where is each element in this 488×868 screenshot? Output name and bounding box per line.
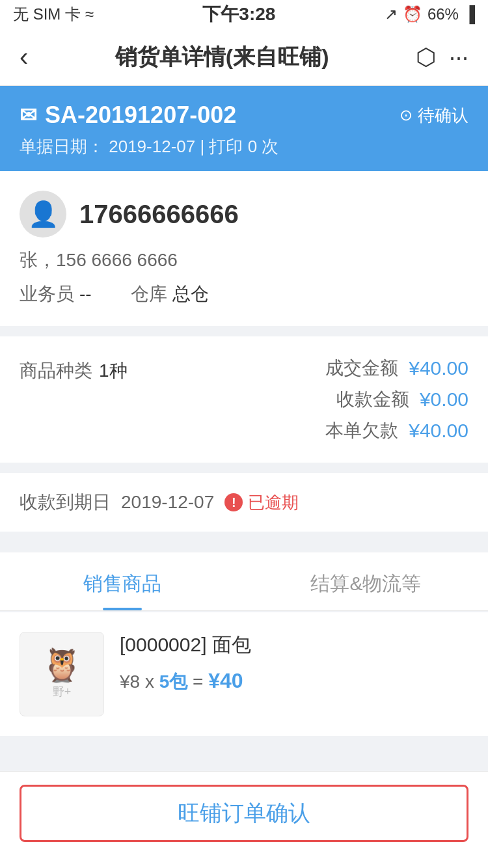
- battery-text: 66%: [427, 5, 459, 23]
- section-divider: [0, 542, 488, 552]
- more-button[interactable]: ···: [449, 44, 468, 71]
- battery-icon: ▐: [464, 5, 475, 23]
- price-total: ¥40: [208, 669, 243, 692]
- order-number-text: SA-20191207-002: [45, 102, 236, 129]
- product-info: [0000002] 面包 ¥8 x 5包 = ¥40: [120, 632, 468, 694]
- clock-icon: ⊙: [400, 106, 413, 124]
- amount-label-1: 收款金额: [336, 387, 409, 412]
- product-type-area: 商品种类 1种: [20, 356, 128, 383]
- due-date-card: 收款到期日 2019-12-07 ! 已逾期: [0, 473, 488, 532]
- salesperson-value: --: [79, 284, 92, 305]
- bottom-action-area: 旺铺订单确认: [0, 771, 488, 868]
- price-quantity: 5包: [159, 671, 188, 692]
- customer-detail: 张，156 6666 6666: [20, 248, 468, 273]
- product-thumb-label: 野+: [42, 684, 82, 699]
- customer-phone: 17666666666: [79, 200, 239, 229]
- order-status-text: 待确认: [418, 104, 468, 127]
- product-type-value: 1种: [99, 359, 128, 383]
- summary-card: 商品种类 1种 成交金额 ¥40.00 收款金额 ¥0.00 本单欠款 ¥40.…: [0, 336, 488, 463]
- nav-actions: ⬡ ···: [416, 44, 468, 71]
- customer-meta: 业务员 -- 仓库 总仓: [20, 282, 468, 306]
- amount-value-2: ¥40.00: [409, 420, 468, 442]
- tab-sales-label: 销售商品: [83, 573, 161, 594]
- warehouse-item: 仓库 总仓: [131, 282, 209, 306]
- due-date-value: 2019-12-07: [121, 492, 214, 513]
- back-button[interactable]: ‹: [20, 42, 28, 72]
- product-card: 🦉 野+ [0000002] 面包 ¥8 x 5包 = ¥40: [0, 612, 488, 736]
- price-equals: =: [193, 671, 208, 692]
- warehouse-label: 仓库: [131, 282, 167, 306]
- status-bar: 无 SIM 卡 ≈ 下午3:28 ↗ ⏰ 66% ▐: [0, 0, 488, 29]
- tabs-bar: 销售商品 结算&物流等: [0, 552, 488, 611]
- avatar: 👤: [20, 191, 66, 237]
- amount-label-0: 成交金额: [325, 356, 398, 381]
- status-time: 下午3:28: [202, 2, 275, 27]
- salesperson-item: 业务员 --: [20, 282, 92, 306]
- tab-settlement-logistics[interactable]: 结算&物流等: [244, 552, 488, 610]
- tab-settlement-label: 结算&物流等: [310, 573, 421, 594]
- location-icon: ↗: [385, 5, 398, 23]
- confirm-order-button[interactable]: 旺铺订单确认: [20, 785, 468, 842]
- product-price: ¥8 x 5包 = ¥40: [120, 669, 468, 694]
- overdue-text: 已逾期: [248, 491, 299, 514]
- order-status-badge: ⊙ 待确认: [400, 104, 468, 127]
- status-right: ↗ ⏰ 66% ▐: [385, 5, 475, 23]
- product-thumb-inner: 🦉 野+: [42, 649, 82, 699]
- alarm-icon: ⏰: [403, 5, 422, 23]
- order-number: ✉ SA-20191207-002: [20, 102, 236, 129]
- amount-value-1: ¥0.00: [420, 388, 468, 411]
- product-name: [0000002] 面包: [120, 632, 468, 658]
- order-date-info: 单据日期： 2019-12-07 | 打印 0 次: [20, 135, 468, 158]
- amount-row-1: 收款金额 ¥0.00: [336, 387, 468, 412]
- customer-info-card: 👤 17666666666 张，156 6666 6666 业务员 -- 仓库 …: [0, 171, 488, 326]
- order-header-card: ✉ SA-20191207-002 ⊙ 待确认 单据日期： 2019-12-07…: [0, 86, 488, 171]
- tab-sales-products[interactable]: 销售商品: [0, 552, 244, 610]
- amount-value-0: ¥40.00: [409, 357, 468, 379]
- amount-row-2: 本单欠款 ¥40.00: [325, 418, 468, 443]
- avatar-icon: 👤: [28, 200, 59, 228]
- sim-text: 无 SIM 卡 ≈: [13, 4, 94, 25]
- salesperson-label: 业务员: [20, 282, 74, 306]
- nav-bar: ‹ 销货单详情(来自旺铺) ⬡ ···: [0, 29, 488, 86]
- order-icon: ✉: [20, 103, 37, 128]
- share-button[interactable]: ⬡: [416, 44, 436, 71]
- overdue-badge: ! 已逾期: [224, 491, 299, 514]
- amounts-area: 成交金额 ¥40.00 收款金额 ¥0.00 本单欠款 ¥40.00: [325, 356, 468, 443]
- product-type-label: 商品种类: [20, 359, 92, 383]
- overdue-icon: !: [224, 493, 243, 511]
- page-title: 销货单详情(来自旺铺): [115, 42, 329, 72]
- product-thumb-owl: 🦉: [42, 649, 82, 681]
- price-base: ¥8 x: [120, 671, 159, 692]
- product-thumbnail: 🦉 野+: [20, 632, 104, 716]
- warehouse-value: 总仓: [172, 282, 209, 306]
- amount-row-0: 成交金额 ¥40.00: [325, 356, 468, 381]
- due-date-label: 收款到期日: [20, 490, 111, 515]
- amount-label-2: 本单欠款: [325, 418, 398, 443]
- status-left: 无 SIM 卡 ≈: [13, 4, 94, 25]
